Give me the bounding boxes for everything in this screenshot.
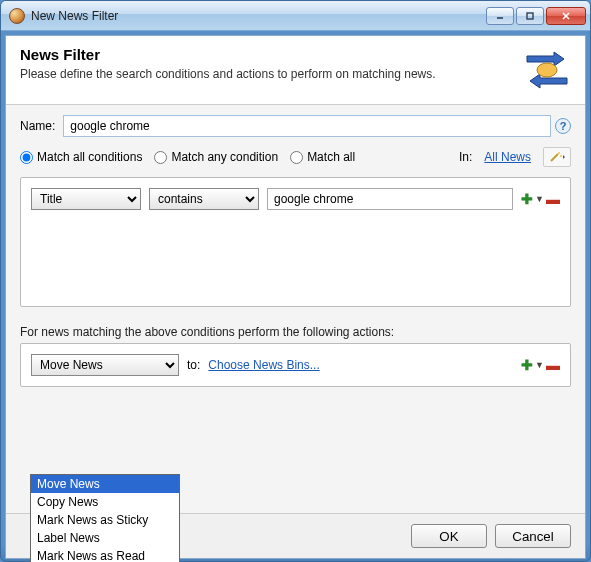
action-option[interactable]: Label News (31, 529, 179, 547)
condition-field-select[interactable]: Title (31, 188, 141, 210)
condition-operator-select[interactable]: contains (149, 188, 259, 210)
svg-point-6 (537, 63, 557, 77)
dialog-body: Name: ? Match all conditions Match any c… (6, 105, 585, 513)
condition-value-input[interactable] (267, 188, 513, 210)
action-row: Move News to: Choose News Bins... ✚ ▼ ▬ (31, 354, 560, 376)
match-all-radio[interactable]: Match all (290, 150, 355, 164)
in-scope-link[interactable]: All News (484, 150, 531, 164)
cancel-button[interactable]: Cancel (495, 524, 571, 548)
action-dropdown-list[interactable]: Move NewsCopy NewsMark News as StickyLab… (30, 474, 180, 562)
remove-condition-icon[interactable]: ▬ (546, 191, 560, 207)
in-label: In: (459, 150, 472, 164)
conditions-panel: Title contains ✚ ▼ ▬ (20, 177, 571, 307)
help-icon[interactable]: ? (555, 118, 571, 134)
condition-row: Title contains ✚ ▼ ▬ (31, 188, 560, 210)
titlebar[interactable]: New News Filter (1, 1, 590, 31)
svg-marker-10 (563, 155, 565, 159)
actions-section-label: For news matching the above conditions p… (20, 325, 571, 339)
actions-panel: Move News to: Choose News Bins... ✚ ▼ ▬ (20, 343, 571, 387)
action-to-label: to: (187, 358, 200, 372)
app-icon (9, 8, 25, 24)
wand-button[interactable] (543, 147, 571, 167)
match-any-condition-radio[interactable]: Match any condition (154, 150, 278, 164)
header-subtitle: Please define the search conditions and … (20, 67, 523, 81)
svg-rect-1 (527, 13, 533, 19)
name-label: Name: (20, 119, 55, 133)
match-all-conditions-radio[interactable]: Match all conditions (20, 150, 142, 164)
filter-arrows-icon (523, 46, 571, 94)
condition-menu-icon[interactable]: ▼ (535, 194, 544, 204)
add-action-icon[interactable]: ✚ (521, 357, 533, 373)
close-button[interactable] (546, 7, 586, 25)
add-condition-icon[interactable]: ✚ (521, 191, 533, 207)
action-option[interactable]: Copy News (31, 493, 179, 511)
window-title: New News Filter (31, 9, 486, 23)
remove-action-icon[interactable]: ▬ (546, 357, 560, 373)
svg-line-7 (551, 154, 558, 161)
svg-point-9 (560, 155, 562, 157)
dialog-window: New News Filter News Filter Please defin… (0, 0, 591, 562)
minimize-button[interactable] (486, 7, 514, 25)
action-menu-icon[interactable]: ▼ (535, 360, 544, 370)
action-option[interactable]: Mark News as Sticky (31, 511, 179, 529)
action-option[interactable]: Move News (31, 475, 179, 493)
name-input[interactable] (63, 115, 551, 137)
svg-point-8 (558, 152, 560, 154)
maximize-button[interactable] (516, 7, 544, 25)
client-area: News Filter Please define the search con… (5, 35, 586, 559)
choose-news-bins-link[interactable]: Choose News Bins... (208, 358, 319, 372)
action-select[interactable]: Move News (31, 354, 179, 376)
header-title: News Filter (20, 46, 523, 63)
dialog-header: News Filter Please define the search con… (6, 36, 585, 105)
action-option[interactable]: Mark News as Read (31, 547, 179, 562)
ok-button[interactable]: OK (411, 524, 487, 548)
